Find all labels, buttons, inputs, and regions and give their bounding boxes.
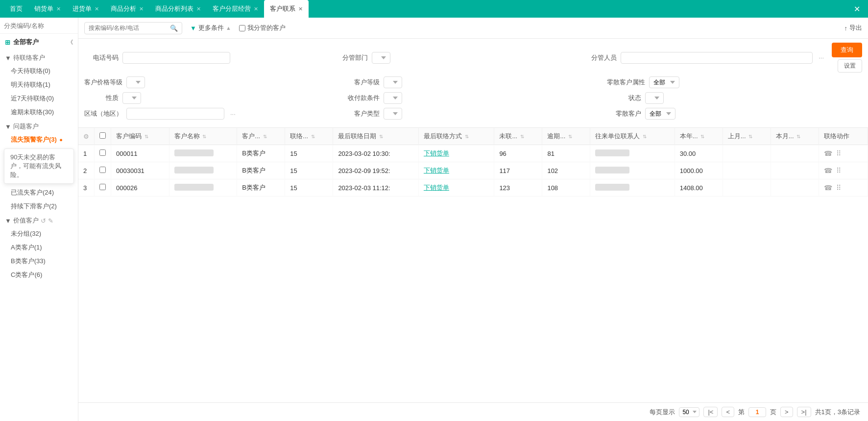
sidebar-item-churned[interactable]: 已流失客户(24) [0,186,78,199]
more-conditions-button[interactable]: ▼ 更多条件 ▲ [186,22,235,34]
sidebar-item-a-customers[interactable]: A类客户(1) [0,241,78,254]
th-unit-contact[interactable]: 往来单位联系人 ⇅ [590,128,675,145]
sidebar-item-ungroup[interactable]: 未分组(32) [0,227,78,241]
refresh-icon[interactable]: ↺ [41,217,46,224]
th-type[interactable]: 客户... ⇅ [237,128,285,145]
settings-gear-icon[interactable]: ⚙ [83,133,89,140]
action-contact-icon[interactable]: ☎ [824,167,832,174]
sidebar-item-tomorrow-pending[interactable]: 明天待联络(1) [0,78,78,92]
edit-icon[interactable]: ✎ [48,217,53,224]
tab-customer-tier[interactable]: 客户分层经营 ✕ [207,0,264,18]
close-tab-customer-tier[interactable]: ✕ [254,6,258,12]
last-method-link[interactable]: 下销货单 [424,167,449,174]
region-more-btn[interactable]: ··· [228,110,238,118]
section-problem-customers[interactable]: ▼ 问题客户 [0,119,78,133]
filter-region-input[interactable] [126,108,224,120]
sidebar-all-customers[interactable]: ⊞ 全部客户 《 [0,34,78,50]
query-settings-group: 查询 设置 [832,43,862,73]
close-tab-purchase-order[interactable]: ✕ [95,6,99,12]
th-last-month[interactable]: 上月... ⇅ [723,128,771,145]
filter-price-level-select[interactable] [126,76,145,88]
filter-payment-select[interactable] [384,92,402,104]
first-page-button[interactable]: |< [703,407,718,417]
sidebar-item-c-customers[interactable]: C类客户(6) [0,268,78,282]
sidebar-search-input[interactable] [4,22,78,29]
close-window-button[interactable]: ✕ [850,4,864,14]
filter-price-level-field: 客户价格等级 [84,76,339,88]
action-contact-icon[interactable]: ☎ [824,149,832,157]
action-more-icon[interactable]: ⠿ [836,149,841,157]
cell-this-month [771,162,819,179]
content-area: 🔍 ▼ 更多条件 ▲ 我分管的客户 ↑ 导出 电话号码 [78,18,868,421]
cell-action: ☎ ⠿ [819,145,868,162]
sidebar-item-overdue-pending[interactable]: 逾期未联络(30) [0,105,78,119]
my-customers-checkbox-label[interactable]: 我分管的客户 [239,24,286,32]
th-not-contacted[interactable]: 未联... ⇅ [494,128,542,145]
tab-sales-order[interactable]: 销货单 ✕ [28,0,67,18]
export-button[interactable]: ↑ 导出 [844,24,863,32]
action-more-icon[interactable]: ⠿ [836,184,841,192]
page-size-select[interactable]: 50 [679,407,699,417]
action-contact-icon[interactable]: ☎ [824,184,832,192]
last-method-link[interactable]: 下销货单 [424,149,449,157]
th-code[interactable]: 客户编码 ⇅ [111,128,169,145]
tab-purchase-order[interactable]: 进货单 ✕ [67,0,105,18]
close-tab-product-analysis-list[interactable]: ✕ [196,6,201,12]
my-customers-checkbox[interactable] [239,25,245,31]
sidebar-item-churn-warning[interactable]: 流失预警客户(3) ● [0,133,78,147]
row-checkbox[interactable] [99,167,106,173]
sidebar-item-declining[interactable]: 持续下滑客户(2) [0,199,78,213]
th-this-year[interactable]: 本年... ⇅ [675,128,723,145]
th-name[interactable]: 客户名称 ⇅ [169,128,237,145]
action-more-icon[interactable]: ⠿ [836,167,841,174]
close-tab-customer-contact[interactable]: ✕ [298,6,303,12]
prev-page-button[interactable]: < [722,407,734,417]
filter-gender-select[interactable] [122,92,141,104]
row-checkbox[interactable] [99,149,106,156]
filter-dept-select[interactable] [372,52,390,64]
tab-product-analysis[interactable]: 商品分析 ✕ [105,0,149,18]
th-overdue[interactable]: 逾期... ⇅ [542,128,590,145]
sidebar-item-week-pending[interactable]: 近7天待联络(0) [0,92,78,105]
th-this-month[interactable]: 本月... ⇅ [771,128,819,145]
filter-row-1: 电话号码 分管部门 分管人员 ··· 查询 [84,43,862,73]
cell-last-month [723,162,771,179]
filter-customer-type-select[interactable] [384,108,402,120]
filter-gender-field: 性质 [84,92,339,104]
row-checkbox[interactable] [99,184,106,190]
sidebar-item-b-customers[interactable]: B类客户(33) [0,254,78,268]
next-page-button[interactable]: > [780,407,793,417]
table-header-row: ⚙ 客户编码 ⇅ 客户名称 ⇅ [78,128,868,145]
select-all-checkbox[interactable] [99,132,106,139]
last-method-link[interactable]: 下销货单 [424,184,449,191]
settings-button[interactable]: 设置 [838,59,862,73]
close-tab-product-analysis[interactable]: ✕ [139,6,144,12]
th-contact[interactable]: 联络... ⇅ [285,128,333,145]
filter-zero-customer-wrap: 全部 [645,108,862,120]
th-last-method[interactable]: 最后联络方式 ⇅ [418,128,494,145]
filter-customer-level-select[interactable] [384,76,402,88]
search-submit-icon[interactable]: 🔍 [170,25,178,32]
section-value-customers[interactable]: ▼ 价值客户 ↺ ✎ [0,213,78,227]
tab-product-analysis-list[interactable]: 商品分析列表 ✕ [149,0,207,18]
collapse-icon[interactable]: 《 [68,39,73,46]
tab-home[interactable]: 首页 [4,0,28,18]
section-pending-contact[interactable]: ▼ 待联络客户 [0,50,78,64]
filter-customer-type-field: 客户类型 [345,108,601,120]
last-page-button[interactable]: >| [797,407,811,417]
sidebar-item-today-pending[interactable]: 今天待联络(0) [0,64,78,78]
filter-zero-customer-select[interactable]: 全部 [645,108,675,120]
cell-unit-contact [590,162,675,179]
filter-phone-input[interactable] [122,52,230,64]
query-button[interactable]: 查询 [832,43,862,57]
tab-customer-contact[interactable]: 客户联系 ✕ [264,0,309,18]
search-input[interactable] [89,25,170,31]
cell-name [169,162,237,179]
close-tab-sales-order[interactable]: ✕ [56,6,61,12]
manager-more-btn[interactable]: ··· [817,54,826,61]
th-last-date[interactable]: 最后联络日期 ⇅ [333,128,419,145]
filter-status-select[interactable] [645,92,664,104]
filter-zero-attr-select[interactable]: 全部 [649,76,679,88]
page-number-input[interactable] [748,407,766,417]
filter-manager-input[interactable] [621,52,813,64]
